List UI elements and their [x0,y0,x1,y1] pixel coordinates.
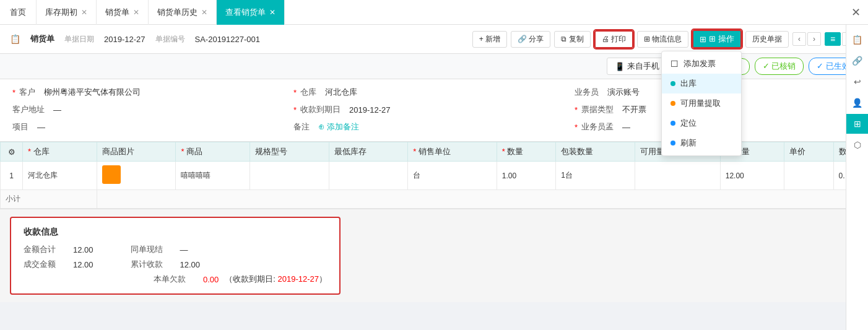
row-quantity: 1.00 [497,162,555,190]
row-pack-qty: 1台 [556,162,635,190]
logistics-button[interactable]: ⊞ 物流信息 [637,31,688,48]
dropdown-outbound[interactable]: 出库 [662,74,741,93]
row-sales-unit: 台 [408,162,497,190]
doc-date-label: 单据日期 [64,34,94,45]
new-button[interactable]: + 新增 [472,31,507,48]
settlement-label: 同单现结 [131,244,174,255]
next-button[interactable]: › [807,32,821,46]
row-num: 1 [1,162,23,190]
tab-sales-history[interactable]: 销货单历史 ✕ [149,0,217,25]
tab-close-inventory[interactable]: ✕ [81,8,87,17]
tab-sales-order[interactable]: 销货单 ✕ [97,0,149,25]
subtotal-empty [97,190,868,209]
tab-close-sales[interactable]: ✕ [133,8,139,17]
due-date-label: 收款到期日: [233,274,276,284]
total-amount-value: 12.00 [73,245,93,254]
tab-view-sales[interactable]: 查看销货单 ✕ [217,0,285,25]
row-stock: 12.00 [720,162,784,190]
mobile-btn[interactable]: 📱 来自手机 [607,58,667,75]
operate-btn-wrapper: ⊞ ⊞ 操作 ☐ 添加发票 出库 可用量提取 定位 [692,30,742,48]
sidebar-icon-3[interactable]: ↩ [848,72,867,92]
dropdown-available[interactable]: 可用量提取 [662,93,741,113]
ticket-type-value: 不开票 [622,104,646,115]
add-remark-btn[interactable]: ⊕ 添加备注 [318,121,359,132]
check2-label: ✓ 已生效 [817,61,850,72]
operate-icon: ⊞ [700,35,706,44]
address-label-text: 客户地址 [12,104,45,115]
operate-label: ⊞ 操作 [709,33,734,45]
share-button[interactable]: 🔗 分享 [511,31,550,48]
col-product: * 商品 [176,142,250,162]
dot-locate [671,121,675,126]
doc-icon: 📋 [10,34,20,44]
dropdown-add-invoice[interactable]: ☐ 添加发票 [662,54,741,74]
doc-number-label: 单据编号 [155,34,185,45]
tab-inventory[interactable]: 库存期初 ✕ [37,0,97,25]
tab-close-view-sales[interactable]: ✕ [269,8,276,17]
doc-number-value: SA-20191227-001 [195,35,261,44]
row-min-stock [329,162,407,190]
subtotal-label: 小计 [1,190,97,209]
check1-btn[interactable]: ✓ 已核销 [755,58,804,75]
transaction-value: 12.00 [73,260,93,269]
total-amount-label: 金额合计 [24,244,67,255]
sidebar-icon-2[interactable]: 🔗 [848,51,867,71]
dropdown-locate[interactable]: 定位 [662,113,741,133]
payment-date-field: * 收款到期日 2019-12-27 [293,104,575,115]
payment-row-3: 本单欠款 0.00 （收款到期日: 2019-12-27） [154,274,327,285]
col-image: 商品图片 [97,142,176,162]
history-button[interactable]: 历史单据 [745,31,789,48]
warehouse-value: 河北仓库 [325,87,357,98]
col-warehouse: * 仓库 [23,142,97,162]
col-min-stock: 最低库存 [329,142,407,162]
payment-row-1: 金额合计 12.00 同单现结 — [24,244,327,255]
sidebar-icon-4[interactable]: 👤 [848,93,867,113]
col-quantity: * 数量 [497,142,555,162]
print-button[interactable]: 🖨 打印 [594,30,633,48]
payment-date-label: 收款到期日 [300,104,341,115]
sidebar-icon-5[interactable]: ⊞ [846,114,869,134]
bottom-area: 收款信息 金额合计 12.00 同单现结 — 成交金额 12.00 累计收款 1… [0,209,868,302]
list-view-button[interactable]: ≡ [825,32,841,46]
payment-info-title: 收款信息 [24,227,327,238]
dropdown-refresh[interactable]: 刷新 [662,133,741,153]
nav-arrows: ‹ › [792,32,821,46]
dot-available [671,101,675,106]
doc-title: 销货单 [30,33,54,45]
prev-button[interactable]: ‹ [792,32,806,46]
project-label-text: 项目 [12,121,28,132]
payment-date-value: 2019-12-27 [349,105,391,115]
dot-refresh [671,141,675,145]
transaction-item: 成交金额 12.00 [24,259,93,270]
window-close-button[interactable]: ✕ [851,6,861,19]
remark-label-text: 备注 [293,121,310,132]
transaction-label: 成交金额 [24,259,67,270]
mobile-icon: 📱 [615,62,625,71]
dropdown-label-locate: 定位 [680,118,697,129]
copy-button[interactable]: ⧉ 复制 [554,31,590,48]
dropdown-label-invoice: 添加发票 [684,58,716,69]
doc-date-value: 2019-12-27 [104,35,145,44]
address-field: 客户地址 — [12,104,293,115]
remark-field: 备注 ⊕ 添加备注 [293,121,575,132]
cumulative-value: 12.00 [180,260,201,269]
settlement-value: — [180,245,188,254]
customer-value: 柳州粤港平安气体有限公司 [44,87,141,98]
sidebar-icon-6[interactable]: ⬡ [848,135,867,155]
warehouse-field: * 仓库 河北仓库 [293,87,575,98]
operate-button[interactable]: ⊞ ⊞ 操作 [692,30,742,48]
dot-outbound [671,81,675,86]
employee-value: 演示账号 [607,87,640,98]
operator-label-text: 业务员孟 [581,121,614,132]
tab-home[interactable]: 首页 [0,0,37,25]
sidebar-icon-1[interactable]: 📋 [848,30,867,50]
col-spec: 规格型号 [250,142,329,162]
settlement-item: 同单现结 — [131,244,188,255]
tab-close-history[interactable]: ✕ [201,8,207,17]
tabs-bar: 首页 库存期初 ✕ 销货单 ✕ 销货单历史 ✕ 查看销货单 ✕ ✕ [0,0,868,25]
customer-field: * 客户 柳州粤港平安气体有限公司 [12,87,293,98]
due-date-info: （收款到期日: 2019-12-27） [225,274,327,285]
subtotal-row: 小计 [1,190,868,209]
payment-date-req: * [293,105,297,115]
col-settings[interactable]: ⚙ [1,142,23,162]
